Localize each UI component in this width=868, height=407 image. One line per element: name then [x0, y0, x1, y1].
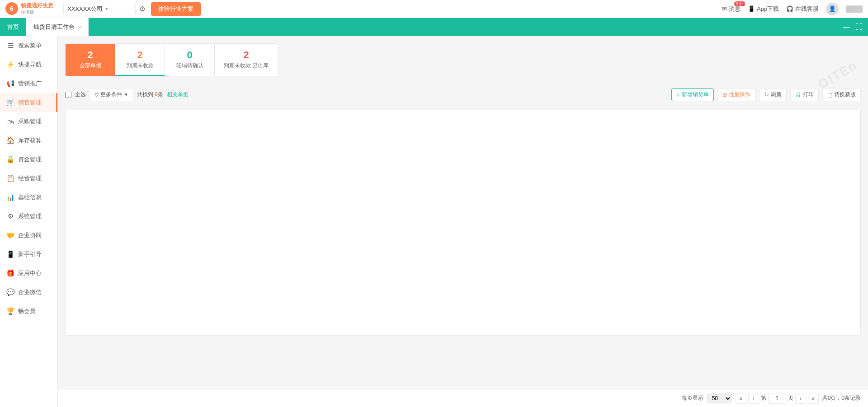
- operations-icon: 📋: [6, 174, 14, 182]
- username-area[interactable]: ████: [846, 5, 863, 12]
- enterprise-icon: 🤝: [6, 231, 14, 239]
- sidebar-item-guide[interactable]: 📱 新手引导: [0, 245, 57, 264]
- switch-version-button[interactable]: ⬚ 切换新版: [822, 88, 861, 101]
- sidebar-label-finance: 资金管理: [18, 155, 42, 164]
- first-page-button[interactable]: «: [736, 393, 746, 404]
- filter-label: 更多条件: [100, 91, 122, 98]
- tab-bar-actions: — ⛶: [841, 21, 868, 33]
- system-icon: ⚙: [6, 212, 14, 220]
- inventory-icon: 🏠: [6, 136, 14, 145]
- sidebar-label-enterprise: 企业协同: [18, 231, 42, 239]
- page-total: 共0页，0条记录: [822, 394, 861, 402]
- sidebar-item-basic-info[interactable]: 📊 基础信息: [0, 188, 57, 207]
- stat-tab-pending[interactable]: 0 旺辅待确认: [165, 44, 215, 76]
- sidebar-item-system[interactable]: ⚙ 系统管理: [0, 207, 57, 226]
- tab-minimize-button[interactable]: —: [841, 21, 852, 33]
- quick-nav-icon: ⚡: [6, 61, 14, 69]
- filter-button[interactable]: ▽ 更多条件 ▼: [90, 88, 133, 101]
- online-service-label: 在线客服: [795, 5, 819, 13]
- sidebar-item-sales[interactable]: 🛒 销售管理: [0, 93, 57, 112]
- marketing-icon: 📢: [6, 80, 14, 88]
- phone-icon: 📱: [748, 5, 755, 12]
- toolbar-left: 全选 ▽ 更多条件 ▼ 共找到 0条 相关单据: [65, 88, 668, 101]
- wechat-icon: 💬: [6, 288, 14, 296]
- batch-label: 批量操作: [729, 91, 750, 98]
- stat-number-overdue-shipped: 2: [224, 49, 269, 61]
- app-download-label: App下载: [757, 5, 779, 13]
- sidebar-item-finance[interactable]: 🔒 资金管理: [0, 150, 57, 169]
- app-center-icon: 🎁: [6, 269, 14, 277]
- main-content: 2 全部单据 2 到期未收款 0 旺辅待确认 2 到期未收款 已出库 全选: [58, 36, 868, 407]
- table-area: [65, 110, 861, 336]
- page-number-input[interactable]: [768, 393, 786, 404]
- page-label: 第: [761, 394, 766, 402]
- stat-label-overdue-shipped: 到期未收款 已出库: [224, 62, 269, 70]
- sidebar-item-quick-nav[interactable]: ⚡ 快捷导航: [0, 55, 57, 74]
- refresh-button[interactable]: ↻ 刷新: [759, 88, 787, 101]
- logo-icon: 6: [5, 2, 18, 15]
- next-page-button[interactable]: ›: [795, 393, 806, 404]
- print-button[interactable]: 🖨 打印: [790, 88, 819, 101]
- pagination-bar: 每页显示 50 20 100 « ‹ 第 页 › » 共0页，0条记录: [58, 389, 868, 407]
- tab-close-icon[interactable]: ×: [78, 18, 81, 36]
- online-service-item[interactable]: 🎧 在线客服: [786, 5, 819, 13]
- sidebar-item-search-menu[interactable]: ☰ 搜索菜单: [0, 36, 57, 55]
- message-icon: ✉: [722, 5, 727, 12]
- tab-label: 钱货日清工作台: [33, 18, 75, 36]
- sidebar-item-app-center[interactable]: 🎁 应用中心: [0, 264, 57, 283]
- sidebar-item-wechat[interactable]: 💬 企业微信: [0, 283, 57, 302]
- print-icon: 🖨: [795, 91, 801, 98]
- tab-maximize-button[interactable]: ⛶: [854, 21, 864, 33]
- stat-number-overdue: 2: [124, 49, 156, 61]
- sidebar-label-operations: 经营管理: [18, 174, 42, 182]
- prev-page-button[interactable]: ‹: [748, 393, 759, 404]
- stat-tab-overdue[interactable]: 2 到期未收款: [115, 44, 165, 76]
- related-link[interactable]: 相关单据: [167, 91, 189, 98]
- member-icon: 🏆: [6, 307, 14, 315]
- add-sales-order-button[interactable]: + 新增销货单: [671, 88, 714, 101]
- content-inner: 2 全部单据 2 到期未收款 0 旺辅待确认 2 到期未收款 已出库 全选: [58, 36, 868, 343]
- trial-button[interactable]: 体验行业方案: [151, 2, 201, 16]
- last-page-button[interactable]: »: [808, 393, 819, 404]
- logo-text: 畅捷通好生意: [21, 2, 53, 9]
- guide-icon: 📱: [6, 250, 14, 258]
- stat-number-all: 2: [75, 49, 106, 61]
- stat-tab-all[interactable]: 2 全部单据: [66, 44, 115, 76]
- purchase-icon: 🛍: [6, 118, 14, 126]
- stat-label-all: 全部单据: [75, 62, 106, 70]
- tab-bar: 首页 钱货日清工作台 × — ⛶: [0, 18, 868, 36]
- add-sales-order-label: 新增销货单: [682, 91, 709, 98]
- sidebar-item-member[interactable]: 🏆 畅会员: [0, 302, 57, 321]
- page-nav: « ‹ 第 页 › »: [736, 393, 819, 404]
- filter-chevron-icon: ▼: [124, 92, 128, 97]
- sidebar-label-basic-info: 基础信息: [18, 193, 42, 201]
- plus-icon: +: [676, 91, 680, 98]
- sidebar-label-inventory: 库存核算: [18, 136, 42, 145]
- logo-sub: 标准版: [21, 9, 53, 15]
- sidebar-label-search-menu: 搜索菜单: [18, 42, 42, 50]
- sidebar-label-member: 畅会员: [18, 307, 36, 315]
- username-text: ████: [846, 5, 863, 12]
- sidebar-item-enterprise[interactable]: 🤝 企业协同: [0, 226, 57, 245]
- sidebar-item-inventory[interactable]: 🏠 库存核算: [0, 131, 57, 150]
- company-selector[interactable]: XXXXXX公司 ▼: [63, 3, 136, 15]
- batch-operation-button[interactable]: ⊞ 批量操作: [717, 88, 755, 101]
- settings-icon[interactable]: ⚙: [139, 5, 146, 13]
- avatar[interactable]: 👤: [826, 3, 839, 15]
- stats-tabs: 2 全部单据 2 到期未收款 0 旺辅待确认 2 到期未收款 已出库: [65, 43, 278, 76]
- stat-number-pending: 0: [174, 49, 205, 61]
- sidebar-item-operations[interactable]: 📋 经营管理: [0, 169, 57, 188]
- sidebar-item-purchase[interactable]: 🛍 采购管理: [0, 112, 57, 131]
- basic-info-icon: 📊: [6, 193, 14, 201]
- sidebar-item-marketing[interactable]: 📢 营销推广: [0, 74, 57, 93]
- filter-icon: ▽: [94, 92, 99, 98]
- stat-tab-overdue-shipped[interactable]: 2 到期未收款 已出库: [215, 44, 278, 76]
- toolbar: 全选 ▽ 更多条件 ▼ 共找到 0条 相关单据 + 新增销货单 ⊞ 批: [65, 84, 861, 106]
- tab-active[interactable]: 钱货日清工作台 ×: [26, 18, 89, 36]
- app-download-item[interactable]: 📱 App下载: [748, 5, 779, 13]
- tab-home[interactable]: 首页: [0, 18, 26, 36]
- toolbar-right: + 新增销货单 ⊞ 批量操作 ↻ 刷新 🖨 打印 ⬚ 切换新版: [671, 88, 861, 101]
- page-size-select[interactable]: 50 20 100: [707, 393, 732, 403]
- select-all-checkbox[interactable]: [65, 92, 71, 98]
- messages-item[interactable]: ✉ 消息 99+: [722, 5, 741, 13]
